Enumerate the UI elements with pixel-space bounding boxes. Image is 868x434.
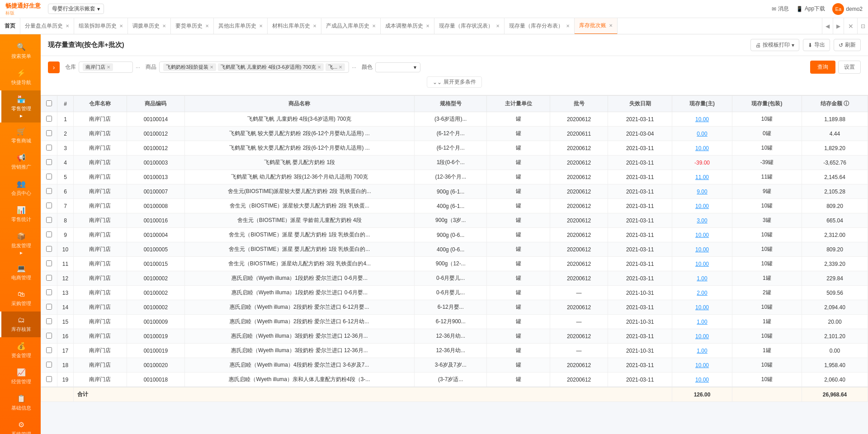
tab-close-material-out[interactable]: ✕ [313, 24, 316, 28]
row-qty-main[interactable]: 10.00 [672, 112, 732, 127]
tab-close-stock-dist[interactable]: ✕ [566, 24, 570, 28]
row-checkbox[interactable] [41, 213, 57, 228]
row-qty-main[interactable]: 10.00 [672, 257, 732, 271]
export-btn[interactable]: ⬇ 导出 [803, 39, 830, 51]
sidebar-item-retail-shop[interactable]: 🛒 零售商城 [0, 123, 41, 149]
row-checkbox[interactable] [41, 286, 57, 300]
sidebar-item-ecommerce[interactable]: 💻 电商管理 [0, 259, 41, 286]
row-checkbox[interactable] [41, 228, 57, 242]
setting-btn[interactable]: 设置 [838, 61, 861, 74]
sidebar-item-operations[interactable]: 📈 经营管理 [0, 363, 41, 390]
tab-material-out[interactable]: 材料出库单历史 ✕ [268, 18, 321, 34]
warehouse-filter-input[interactable]: 南岸门店 ✕ [79, 61, 133, 73]
goods-tag-1-close[interactable]: ✕ [210, 65, 213, 70]
sidebar-item-wholesale[interactable]: 📦 批发管理 ▶ [0, 227, 41, 259]
tab-product-in[interactable]: 产成品入库单历史 ✕ [321, 18, 381, 34]
row-checkbox[interactable] [41, 199, 57, 213]
row-qty-main[interactable]: 10.00 [672, 141, 732, 156]
tab-search-order[interactable]: 调拨单历史 ✕ [128, 18, 171, 34]
tab-other-out[interactable]: 其他出库单历史 ✕ [214, 18, 268, 34]
row-qty-main[interactable]: 10.00 [672, 373, 732, 387]
account-dropdown[interactable]: 母婴行业演示账套 ▾ [48, 4, 104, 14]
tab-close-batch-account[interactable]: ✕ [609, 23, 613, 28]
filter-expand-toggle[interactable]: › [48, 61, 60, 73]
tab-stock-status[interactable]: 现存量（库存状况表） ✕ [434, 18, 505, 34]
sidebar-item-base-info[interactable]: 📋 基础信息 [0, 390, 41, 416]
expand-more-btn[interactable]: ⌄⌄ 展开更多条件 [427, 76, 482, 88]
row-checkbox[interactable] [41, 329, 57, 344]
row-checkbox[interactable] [41, 242, 57, 257]
user-menu[interactable]: Ea demo2 [832, 3, 863, 15]
row-qty-main[interactable]: 10.00 [672, 199, 732, 213]
tab-disassemble[interactable]: 组装拆卸单历史 ✕ [74, 18, 128, 34]
row-qty-main[interactable]: 10.00 [672, 300, 732, 315]
tab-close-other-out[interactable]: ✕ [259, 24, 263, 28]
warehouse-tag-close[interactable]: ✕ [107, 65, 110, 70]
sidebar-item-quick-nav[interactable]: ⚡ 快捷导航 [0, 64, 41, 90]
row-qty-main[interactable]: 2.00 [672, 286, 732, 300]
sidebar-item-sys-mgmt[interactable]: ⚙ 系统管理 [0, 416, 41, 434]
row-checkbox[interactable] [41, 271, 57, 286]
tab-request-order[interactable]: 要货单历史 ✕ [171, 18, 214, 34]
tab-close-search-order[interactable]: ✕ [162, 24, 166, 28]
row-qty-main[interactable]: 0.00 [672, 127, 732, 141]
tab-split-inventory[interactable]: 分量盘点单历史 ✕ [20, 18, 74, 34]
row-qty-main[interactable]: 10.00 [672, 358, 732, 373]
sidebar-item-retail-stats[interactable]: 📊 零售统计 [0, 201, 41, 227]
sidebar-item-retail-mgmt[interactable]: 🏪 零售管理 ▶ [0, 90, 41, 123]
tab-menu-btn[interactable]: ⊡ [857, 18, 868, 34]
goods-tag-2-close[interactable]: ✕ [317, 65, 321, 70]
template-print-btn[interactable]: 🖨 按模板打印 ▾ [750, 39, 799, 51]
sidebar-item-finance[interactable]: 💰 资金管理 [0, 337, 41, 363]
row-checkbox[interactable] [41, 358, 57, 373]
search-btn[interactable]: 查询 [810, 61, 835, 74]
row-checkbox[interactable] [41, 141, 57, 156]
tab-prev-btn[interactable]: ◀ [822, 18, 833, 34]
row-qty-main[interactable]: 10.00 [672, 242, 732, 257]
row-qty-main[interactable]: 10.00 [672, 228, 732, 242]
sidebar-item-search[interactable]: 🔍 搜索英单 [0, 38, 41, 64]
row-checkbox[interactable] [41, 170, 57, 184]
row-qty-main[interactable]: 9.00 [672, 184, 732, 199]
row-qty-main[interactable]: 1.00 [672, 344, 732, 358]
row-checkbox[interactable] [41, 257, 57, 271]
sidebar-item-inventory[interactable]: 🗂 库存核算 [0, 311, 41, 337]
refresh-btn[interactable]: ↺ 刷新 [834, 39, 861, 51]
tab-close-disassemble[interactable]: ✕ [119, 24, 123, 28]
select-all-checkbox[interactable] [46, 100, 52, 106]
tab-home[interactable]: 首页 [0, 18, 20, 34]
row-checkbox[interactable] [41, 315, 57, 329]
row-checkbox[interactable] [41, 373, 57, 387]
row-qty-main[interactable]: -39.00 [672, 156, 732, 170]
row-checkbox[interactable] [41, 344, 57, 358]
row-qty-main[interactable]: 1.00 [672, 315, 732, 329]
tab-close-stock-status[interactable]: ✕ [496, 24, 500, 28]
tab-close-all-btn[interactable]: ✕ [844, 18, 857, 34]
tab-batch-account[interactable]: 库存批次账 ✕ [575, 18, 618, 34]
tab-close-cost-adjust[interactable]: ✕ [426, 24, 429, 28]
row-checkbox[interactable] [41, 112, 57, 127]
tab-cost-adjust[interactable]: 成本调整单历史 ✕ [381, 18, 434, 34]
sidebar-item-marketing[interactable]: 📢 营销推广 [0, 149, 41, 175]
row-checkbox[interactable] [41, 300, 57, 315]
row-checkbox[interactable] [41, 156, 57, 170]
row-qty-main[interactable]: 11.00 [672, 170, 732, 184]
tab-close-request-order[interactable]: ✕ [205, 24, 209, 28]
message-btn[interactable]: ✉ 消息 [772, 5, 789, 13]
table-container[interactable]: # 仓库名称 商品编码 商品名称 规格型号 主计量单位 批号 失效日期 现存量(… [41, 95, 868, 434]
tab-close-split-inventory[interactable]: ✕ [66, 24, 69, 28]
row-checkbox[interactable] [41, 127, 57, 141]
row-qty-main[interactable]: 10.00 [672, 329, 732, 344]
color-filter-input[interactable]: ▾ [375, 62, 420, 72]
row-checkbox[interactable] [41, 184, 57, 199]
goods-filter-input[interactable]: 飞鹤奶粉3段阶提装 ✕ 飞鹤星飞帆 儿童奶粉 4段(3-6岁适用) 700克 ✕… [159, 61, 349, 73]
row-qty-main[interactable]: 3.00 [672, 213, 732, 228]
tab-next-btn[interactable]: ▶ [833, 18, 844, 34]
row-qty-main[interactable]: 1.00 [672, 271, 732, 286]
sidebar-item-purchase[interactable]: 🛍 采购管理 [0, 286, 41, 311]
app-download-btn[interactable]: 📱 App下载 [796, 5, 825, 13]
tab-stock-dist[interactable]: 现存量（库存分布表） ✕ [505, 18, 575, 34]
sidebar-item-member[interactable]: 👥 会员中心 [0, 175, 41, 201]
goods-tag-3-close[interactable]: ✕ [339, 65, 342, 70]
tab-close-product-in[interactable]: ✕ [372, 24, 376, 28]
